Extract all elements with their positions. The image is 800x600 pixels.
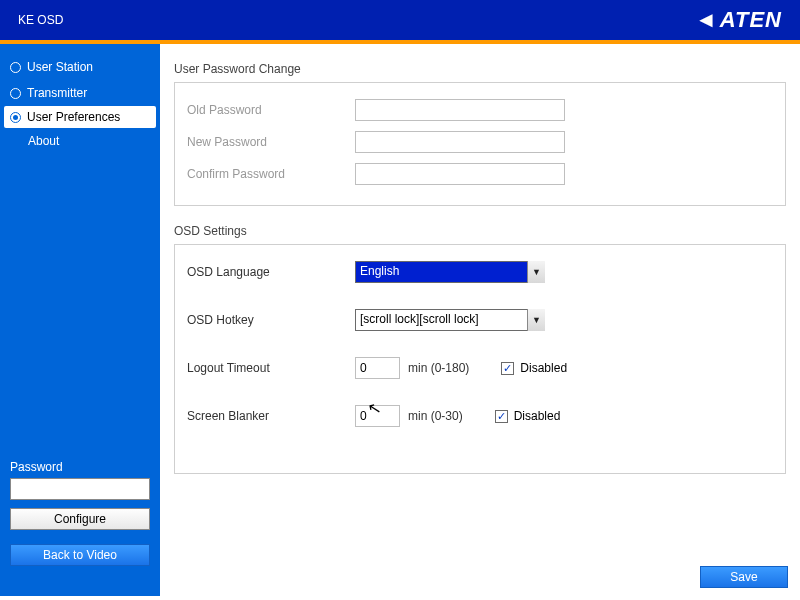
logout-disabled-label: Disabled <box>520 361 567 375</box>
osd-language-value: English <box>355 261 545 283</box>
password-input[interactable] <box>10 478 150 500</box>
sidebar-item-label: User Preferences <box>27 110 120 124</box>
configure-button[interactable]: Configure <box>10 508 150 530</box>
logout-timeout-label: Logout Timeout <box>187 361 355 375</box>
password-change-panel: Old Password New Password Confirm Passwo… <box>174 82 786 206</box>
logout-timeout-input[interactable] <box>355 357 400 379</box>
new-password-label: New Password <box>187 135 355 149</box>
osd-hotkey-select[interactable]: [scroll lock][scroll lock] ▼ <box>355 309 545 331</box>
section-title-password-change: User Password Change <box>174 62 786 76</box>
screen-blanker-input[interactable] <box>355 405 400 427</box>
osd-language-select[interactable]: English ▼ <box>355 261 545 283</box>
osd-hotkey-value: [scroll lock][scroll lock] <box>355 309 545 331</box>
save-button[interactable]: Save <box>700 566 788 588</box>
radio-icon <box>10 112 21 123</box>
app-title: KE OSD <box>18 13 63 27</box>
osd-language-label: OSD Language <box>187 265 355 279</box>
logout-timeout-hint: min (0-180) <box>408 361 469 375</box>
confirm-password-label: Confirm Password <box>187 167 355 181</box>
logout-disabled-checkbox[interactable]: ✓ <box>501 362 514 375</box>
sidebar-item-label: About <box>28 134 59 148</box>
blanker-disabled-checkbox[interactable]: ✓ <box>495 410 508 423</box>
chevron-down-icon: ▼ <box>527 309 545 331</box>
osd-hotkey-label: OSD Hotkey <box>187 313 355 327</box>
brand-logo: ◄ATEN <box>695 7 782 33</box>
blanker-disabled-label: Disabled <box>514 409 561 423</box>
section-title-osd-settings: OSD Settings <box>174 224 786 238</box>
sidebar-item-user-station[interactable]: User Station <box>0 54 160 80</box>
radio-icon <box>10 88 21 99</box>
sidebar-item-transmitter[interactable]: Transmitter <box>0 80 160 106</box>
back-to-video-button[interactable]: Back to Video <box>10 544 150 566</box>
confirm-password-input[interactable] <box>355 163 565 185</box>
screen-blanker-hint: min (0-30) <box>408 409 463 423</box>
app-header: KE OSD ◄ATEN <box>0 0 800 44</box>
new-password-input[interactable] <box>355 131 565 153</box>
sidebar-item-label: Transmitter <box>27 86 87 100</box>
old-password-label: Old Password <box>187 103 355 117</box>
osd-settings-panel: OSD Language English ▼ OSD Hotkey [scrol… <box>174 244 786 474</box>
chevron-down-icon: ▼ <box>527 261 545 283</box>
screen-blanker-label: Screen Blanker <box>187 409 355 423</box>
sidebar: User Station Transmitter User Preference… <box>0 44 160 596</box>
password-label: Password <box>10 460 150 474</box>
radio-icon <box>10 62 21 73</box>
old-password-input[interactable] <box>355 99 565 121</box>
sidebar-item-user-preferences[interactable]: User Preferences <box>4 106 156 128</box>
sidebar-bottom: Password Configure Back to Video <box>0 452 160 596</box>
sidebar-item-about[interactable]: About <box>0 128 160 154</box>
main-content: User Password Change Old Password New Pa… <box>160 44 800 596</box>
sidebar-item-label: User Station <box>27 60 93 74</box>
